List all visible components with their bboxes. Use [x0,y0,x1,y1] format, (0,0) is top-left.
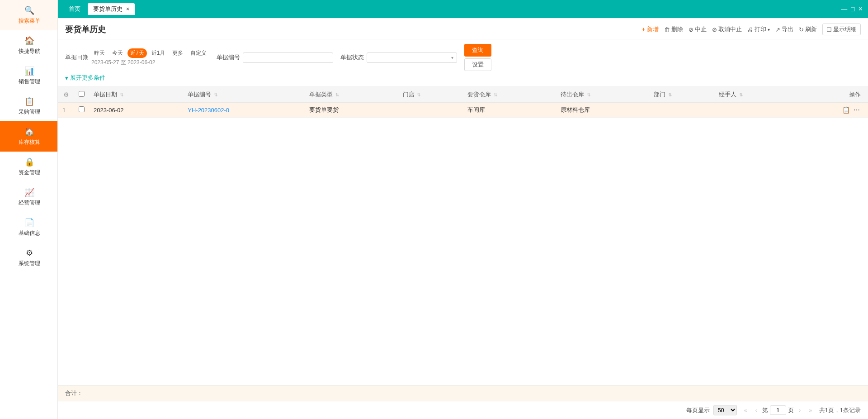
system-icon: ⚙ [26,248,33,258]
sidebar-item-sales[interactable]: 📊 销售管理 [0,61,57,91]
col-req-warehouse-label: 要货仓库 [467,91,491,98]
display-detail-button[interactable]: ☐ 显示明细 [822,24,861,35]
page-title: 要货单历史 [65,24,106,35]
delete-button[interactable]: 🗑 删除 [664,25,683,33]
add-button[interactable]: + 新增 [642,25,659,33]
print-button[interactable]: 🖨 打印 ▾ [747,25,770,33]
filter-bar: 单据日期 昨天 今天 近7天 近1月 更多 自定义 2023-05-27 至 2… [58,39,868,87]
tab-close-button[interactable]: × [126,6,129,12]
date-btn-custom[interactable]: 自定义 [188,48,209,58]
query-button[interactable]: 查询 [464,44,491,57]
tab-home[interactable]: 首页 [63,3,86,15]
basic-icon: 📄 [24,218,34,228]
col-date-sort-icon[interactable]: ⇅ [120,92,123,97]
window-close-button[interactable]: × [859,5,863,13]
page-unit: 页 [788,406,794,414]
col-bill-type-label: 单据类型 [309,91,333,98]
table-header-row: ⚙ 单据日期 ⇅ 单据编号 ⇅ [58,87,868,103]
row-checkbox[interactable] [79,106,85,112]
sidebar-item-system[interactable]: ⚙ 系统管理 [0,243,57,273]
row-pending-warehouse-cell: 原材料仓库 [556,103,649,118]
sidebar-item-label: 快捷导航 [19,48,40,55]
tab-active[interactable]: 要货单历史 × [88,3,135,15]
col-handler-sort-icon[interactable]: ⇅ [739,92,743,97]
date-btn-today[interactable]: 今天 [109,48,126,58]
col-bill-no-sort-icon[interactable]: ⇅ [214,92,217,97]
checkbox-icon: ☐ [826,26,832,33]
col-bill-no-label: 单据编号 [188,91,211,98]
cancel-stop-label: 取消中止 [718,25,742,33]
refresh-button[interactable]: ↻ 刷新 [799,25,817,33]
checkbox-header[interactable] [74,87,89,103]
export-button[interactable]: ↗ 导出 [775,25,793,33]
col-store-label: 门店 [403,91,415,98]
display-detail-label: 显示明细 [833,25,857,33]
sidebar-item-purchase[interactable]: 📋 采购管理 [0,91,57,121]
date-btn-yesterday[interactable]: 昨天 [91,48,108,58]
page-nav: « ‹ 第 页 › » [741,405,815,415]
row-handler-cell [714,103,793,118]
search-icon: 🔍 [24,5,34,15]
sidebar-item-search[interactable]: 🔍 搜索菜单 [0,0,57,30]
date-range-display: 2023-05-27 至 2023-06-02 [91,59,209,67]
toolbar: + 新增 🗑 删除 ⊘ 中止 ⊘ 取消中止 🖨 打印 ▾ [642,24,861,35]
page-size-select[interactable]: 50 100 [713,405,737,415]
expand-label: 展开更多条件 [70,74,105,82]
sidebar-item-label: 销售管理 [19,78,40,86]
row-checkbox-cell[interactable] [74,103,89,118]
refresh-icon: ↻ [799,26,804,33]
bill-status-filter: 单据状态 ▾ [340,52,457,63]
col-req-warehouse-sort-icon[interactable]: ⇅ [494,92,497,97]
col-handler: 经手人 ⇅ [714,87,793,103]
col-operation-label: 操作 [849,91,861,98]
pagination-bar: 每页显示 50 100 « ‹ 第 页 › » 共1页，1条记录 [58,401,868,419]
row-edit-button[interactable]: 📋 [842,106,850,114]
table-body: 1 2023-06-02 YH-20230602-0 要货单要货 车间库 原材料… [58,103,868,118]
date-btn-1month[interactable]: 近1月 [149,48,168,58]
row-num-cell: 1 [58,103,74,118]
date-buttons: 昨天 今天 近7天 近1月 更多 自定义 2023-05-27 至 2023-0… [91,48,209,67]
stop-button[interactable]: ⊘ 中止 [689,25,707,33]
first-page-button[interactable]: « [741,405,750,415]
col-pending-warehouse-sort-icon[interactable]: ⇅ [587,92,590,97]
window-minimize-button[interactable]: — [841,5,847,13]
sidebar-item-quick-nav[interactable]: 🏠 快捷导航 [0,30,57,61]
last-page-button[interactable]: » [806,405,815,415]
sidebar-item-label: 采购管理 [19,108,40,116]
sidebar-item-finance[interactable]: 🔒 资金管理 [0,152,57,182]
col-store-sort-icon[interactable]: ⇅ [417,92,420,97]
bill-no-input[interactable] [243,52,333,63]
expand-more-button[interactable]: ▾ 展开更多条件 [65,74,861,82]
sales-icon: 📊 [24,66,34,76]
window-maximize-button[interactable]: □ [851,5,854,13]
col-date: 单据日期 ⇅ [89,87,183,103]
sidebar-item-label: 系统管理 [19,260,40,267]
gear-icon[interactable]: ⚙ [63,91,69,98]
sidebar-item-basic[interactable]: 📄 基础信息 [0,212,57,243]
setting-button[interactable]: 设置 [464,58,491,71]
sidebar: 🔍 搜索菜单🏠 快捷导航📊 销售管理📋 采购管理🏠 库存核算🔒 资金管理📈 经营… [0,0,58,419]
col-date-label: 单据日期 [94,91,117,98]
sidebar-item-operation[interactable]: 📈 经营管理 [0,182,57,212]
select-all-checkbox[interactable] [79,91,85,97]
finance-icon: 🔒 [24,157,34,167]
date-btn-more[interactable]: 更多 [170,48,186,58]
prev-page-button[interactable]: ‹ [752,405,760,415]
bill-status-select[interactable] [367,52,457,63]
col-operation: 操作 [793,87,868,103]
next-page-button[interactable]: › [796,405,804,415]
col-dept-sort-icon[interactable]: ⇅ [668,92,672,97]
row-more-button[interactable]: ⋯ [854,106,860,114]
col-bill-type-sort-icon[interactable]: ⇅ [335,92,339,97]
table-settings-header[interactable]: ⚙ [58,87,74,103]
window-controls: — □ × [841,5,863,13]
tab-label: 要货单历史 [93,5,123,13]
row-store-cell [398,103,463,118]
operation-icon: 📈 [24,187,34,197]
date-btn-7days[interactable]: 近7天 [127,48,147,58]
cancel-stop-button[interactable]: ⊘ 取消中止 [712,25,742,33]
page-number-input[interactable] [770,405,786,415]
sidebar-item-inventory[interactable]: 🏠 库存核算 [0,121,57,152]
bill-no-label: 单据编号 [217,53,240,62]
bill-no-link[interactable]: YH-20230602-0 [188,107,229,114]
